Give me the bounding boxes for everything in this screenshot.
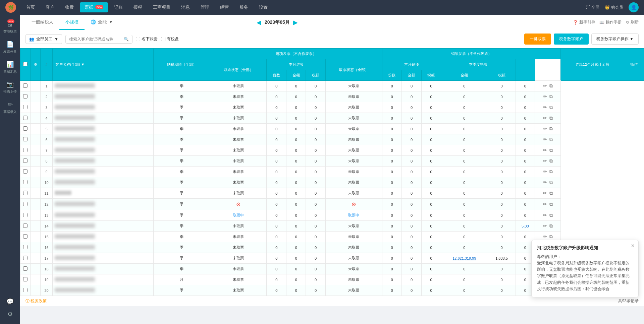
edit-btn[interactable]: ✏ bbox=[543, 212, 547, 218]
nav-business[interactable]: 工商项目 bbox=[148, 2, 175, 12]
member-btn[interactable]: 👑 购会员 bbox=[605, 5, 623, 10]
edit-btn[interactable]: ✏ bbox=[543, 83, 547, 88]
sidebar-item-summary[interactable]: 📊 票据汇总 bbox=[1, 58, 19, 77]
sidebar-item-scan[interactable]: 📷 扫描上传 bbox=[1, 78, 19, 97]
ledger-checkbox-input[interactable] bbox=[136, 37, 140, 41]
copy-btn[interactable]: ⧉ bbox=[549, 169, 553, 174]
amount-link[interactable]: 5.00 bbox=[522, 224, 529, 228]
prev-month-btn[interactable]: ◀ bbox=[257, 19, 261, 26]
edit-btn[interactable]: ✏ bbox=[543, 137, 547, 142]
search-input[interactable] bbox=[69, 37, 122, 42]
nav-customer[interactable]: 客户 bbox=[41, 2, 59, 12]
row-checkbox[interactable] bbox=[23, 266, 28, 271]
sidebar-chat[interactable]: 💬 bbox=[1, 295, 19, 308]
row-checkbox[interactable] bbox=[23, 234, 28, 239]
row-checkbox[interactable] bbox=[23, 105, 28, 109]
row-number: 6 bbox=[41, 134, 53, 145]
nav-tax[interactable]: 报税 bbox=[129, 2, 147, 12]
copy-btn[interactable]: ⧉ bbox=[549, 180, 553, 185]
copy-btn[interactable]: ⧉ bbox=[549, 83, 553, 88]
search-box[interactable]: 🔍 bbox=[65, 35, 132, 44]
edit-btn[interactable]: ✏ bbox=[543, 115, 547, 121]
tax-account-ops-btn[interactable]: 税务数字账户操作 ▼ bbox=[591, 34, 639, 45]
edit-btn[interactable]: ✏ bbox=[543, 180, 547, 185]
next-month-btn[interactable]: ▶ bbox=[293, 19, 298, 26]
copy-btn[interactable]: ⧉ bbox=[549, 94, 553, 99]
row-number: 9 bbox=[41, 167, 53, 177]
tab-small-scale[interactable]: 小规模 bbox=[59, 15, 85, 30]
row-checkbox[interactable] bbox=[23, 169, 28, 174]
tab-all[interactable]: 🌐全能 ▼ bbox=[85, 15, 119, 30]
row-checkbox[interactable] bbox=[23, 137, 28, 141]
nav-settings[interactable]: 设置 bbox=[254, 2, 272, 12]
manual-btn[interactable]: 📖 操作手册 bbox=[599, 19, 622, 25]
row-checkbox[interactable] bbox=[23, 180, 28, 184]
edit-btn[interactable]: ✏ bbox=[543, 169, 547, 174]
nav-bookkeeping[interactable]: 记账 bbox=[109, 2, 127, 12]
copy-btn[interactable]: ⧉ bbox=[549, 212, 553, 218]
edit-btn[interactable]: ✏ bbox=[543, 190, 547, 196]
row-checkbox[interactable] bbox=[23, 126, 28, 131]
ledger-checkbox[interactable]: 名下账套 bbox=[136, 36, 158, 42]
row-checkbox[interactable] bbox=[23, 202, 28, 206]
table-row: 5 季 未取票 0 0 0 未取票 0 0 0 0 0 0 ✏ ⧉ bbox=[20, 124, 644, 134]
row-checkbox[interactable] bbox=[23, 245, 28, 249]
nav-home[interactable]: 首页 bbox=[21, 2, 40, 12]
tax-disk-checkbox[interactable]: 有税盘 bbox=[161, 36, 179, 42]
row-checkbox[interactable] bbox=[23, 158, 28, 163]
nav-operation[interactable]: 经营 bbox=[215, 2, 233, 12]
nav-message[interactable]: 消息 bbox=[176, 2, 195, 12]
row-checkbox[interactable] bbox=[23, 148, 28, 152]
row-checkbox[interactable] bbox=[23, 213, 28, 217]
edit-btn[interactable]: ✏ bbox=[543, 94, 547, 99]
copy-btn[interactable]: ⧉ bbox=[549, 105, 553, 110]
refresh-btn[interactable]: ↻ 刷新 bbox=[626, 19, 639, 25]
refund-amount-value: 0 bbox=[463, 224, 465, 228]
sidebar-item-open-invoice[interactable]: 📄 发票开具 bbox=[1, 38, 19, 57]
row-checkbox[interactable] bbox=[23, 116, 28, 120]
sidebar-settings[interactable]: ⚙ bbox=[1, 308, 19, 321]
fullscreen-btn[interactable]: ⛶ 全屏 bbox=[586, 5, 599, 10]
row-in-status: 未取票 bbox=[210, 177, 267, 188]
copy-btn[interactable]: ⧉ bbox=[549, 115, 553, 121]
copy-btn[interactable]: ⧉ bbox=[549, 234, 553, 239]
employee-select[interactable]: 👥 全部员工 ▼ bbox=[25, 34, 62, 44]
refund-amount-link[interactable]: 12,621,319.99 bbox=[452, 256, 476, 260]
nav-invoice[interactable]: 票据 new bbox=[80, 2, 108, 12]
copy-btn[interactable]: ⧉ bbox=[549, 201, 553, 207]
edit-btn[interactable]: ✏ bbox=[543, 147, 547, 153]
user-avatar[interactable]: 👤 bbox=[629, 2, 639, 12]
one-click-invoice-btn[interactable]: 一键取票 bbox=[524, 34, 551, 45]
notification-close-btn[interactable]: ✕ bbox=[631, 243, 635, 248]
copy-btn[interactable]: ⧉ bbox=[549, 126, 553, 131]
select-all-checkbox[interactable] bbox=[23, 62, 28, 66]
edit-btn[interactable]: ✏ bbox=[543, 201, 547, 207]
row-checkbox[interactable] bbox=[23, 277, 28, 281]
tax-policy-link[interactable]: ⑦ 税务政策 bbox=[25, 298, 47, 304]
edit-btn[interactable]: ✏ bbox=[543, 234, 547, 239]
tax-disk-checkbox-input[interactable] bbox=[161, 37, 165, 41]
new-guide-btn[interactable]: ❓ 新手引导 bbox=[573, 19, 595, 25]
copy-btn[interactable]: ⧉ bbox=[549, 158, 553, 164]
copy-btn[interactable]: ⧉ bbox=[549, 190, 553, 196]
row-checkbox[interactable] bbox=[23, 256, 28, 260]
copy-btn[interactable]: ⧉ bbox=[549, 137, 553, 142]
sidebar-item-smart-invoice[interactable]: 🖨 new 智能取票 bbox=[1, 18, 19, 37]
tab-general-taxpayer[interactable]: 一般纳税人 bbox=[25, 15, 59, 30]
nav-fee[interactable]: 收费 bbox=[60, 2, 78, 12]
edit-btn[interactable]: ✏ bbox=[543, 105, 547, 110]
edit-btn[interactable]: ✏ bbox=[543, 223, 547, 229]
row-checkbox[interactable] bbox=[23, 191, 28, 195]
row-checkbox[interactable] bbox=[23, 223, 28, 228]
nav-manage[interactable]: 管理 bbox=[196, 2, 214, 12]
sidebar-item-entry[interactable]: ✏ 票据录入 bbox=[1, 98, 19, 117]
edit-btn[interactable]: ✏ bbox=[543, 158, 547, 164]
nav-service[interactable]: 服务 bbox=[235, 2, 253, 12]
row-checkbox[interactable] bbox=[23, 83, 28, 88]
edit-btn[interactable]: ✏ bbox=[543, 126, 547, 131]
copy-btn[interactable]: ⧉ bbox=[549, 147, 553, 153]
tax-account-btn[interactable]: 税务数字账户 bbox=[554, 34, 589, 45]
row-checkbox[interactable] bbox=[23, 288, 28, 292]
row-checkbox[interactable] bbox=[23, 94, 28, 99]
copy-btn[interactable]: ⧉ bbox=[549, 223, 553, 229]
